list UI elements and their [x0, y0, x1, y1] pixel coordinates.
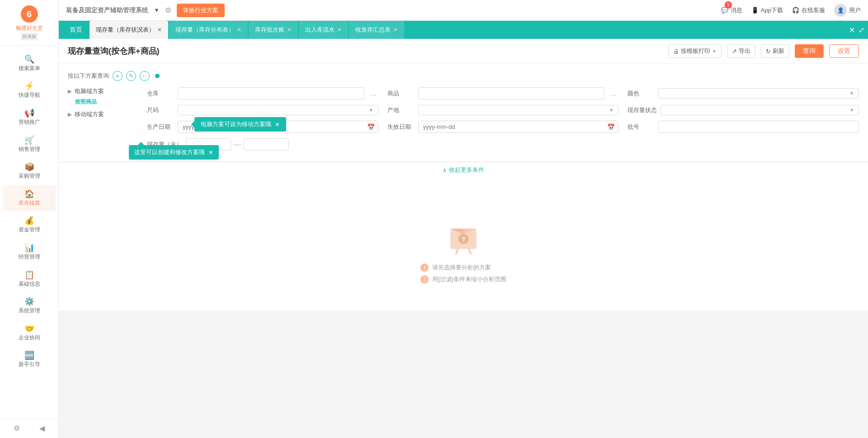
sidebar-item-marketing[interactable]: 📢 营销推广 — [3, 104, 56, 131]
svg-line-6 — [469, 249, 471, 254]
expire-date-calendar-icon[interactable]: 📅 — [607, 123, 615, 131]
tab-item-4[interactable]: 收发存汇总表 ✕ — [349, 21, 404, 39]
mobile-scheme-arrow: ▶ — [68, 111, 72, 118]
print-button[interactable]: 🖨 按模板打印 ▼ — [668, 44, 722, 58]
desktop-scheme-row[interactable]: ▶ 电脑端方案 — [68, 87, 138, 95]
desktop-scheme-sub-item-0[interactable]: 按照商品 — [75, 97, 138, 107]
sidebar-item-system[interactable]: ⚙️ 系统管理 — [3, 293, 56, 319]
message-action[interactable]: 💬 9 消息 — [721, 6, 742, 14]
guide-icon: 🆕 — [24, 351, 34, 359]
tab-close-0[interactable]: ✕ — [157, 27, 162, 33]
export-icon: ↗ — [732, 48, 737, 55]
scheme-tooltip-close[interactable]: ✕ — [275, 121, 280, 128]
color-select[interactable]: ▼ — [658, 88, 859, 99]
sidebar-item-purchase[interactable]: 📦 采购管理 — [3, 158, 56, 184]
goods-dots[interactable]: ... — [608, 89, 618, 98]
refresh-button[interactable]: ↻ 刷新 — [761, 44, 789, 58]
sidebar-item-basic[interactable]: 📋 基础信息 — [3, 266, 56, 292]
edit-scheme-button[interactable]: ✎ — [126, 71, 136, 81]
header-left: 装备及固定资产辅助管理系统 ▼ ⚙ 体验行业方案 — [66, 4, 225, 17]
sidebar-item-search[interactable]: 🔍 搜索菜单 — [3, 51, 56, 77]
industry-button[interactable]: 体验行业方案 — [177, 4, 225, 17]
tab-fullscreen-icon[interactable]: ⤢ — [859, 26, 864, 34]
tab-item-3[interactable]: 出入库流水 ✕ — [299, 21, 348, 39]
search-button[interactable]: 查询 — [795, 44, 824, 58]
sidebar-item-system-label: 系统管理 — [19, 307, 40, 315]
goods-label: 商品 — [387, 89, 415, 98]
tab-home[interactable]: 首页 — [62, 21, 90, 39]
print-label: 按模板打印 — [681, 47, 710, 55]
phone-icon: 📱 — [751, 7, 759, 14]
filter-origin: 产地 ▼ — [387, 105, 619, 115]
sidebar-item-quick-nav[interactable]: ⚡ 快捷导航 — [3, 77, 56, 104]
mobile-scheme-row[interactable]: ▶ 移动端方案 — [68, 110, 138, 118]
settings-icon[interactable]: ⚙ — [165, 6, 171, 14]
sidebar-item-purchase-label: 采购管理 — [19, 173, 40, 180]
enterprise-icon: 🤝 — [24, 325, 34, 333]
stock-main-to-input[interactable] — [244, 138, 289, 151]
message-label: 消息 — [731, 6, 742, 14]
sidebar: 6 畅通好生意 标准版 🔍 搜索菜单 ⚡ 快捷导航 📢 营销推广 🛒 销售管理 … — [0, 0, 59, 438]
tab-item-0[interactable]: 现存量（库存状况表） ✕ — [90, 21, 168, 39]
sidebar-item-enterprise[interactable]: 🤝 企业协同 — [3, 320, 56, 346]
add-scheme-button[interactable]: + — [113, 71, 123, 81]
sidebar-item-inventory[interactable]: 🏠 库存核算 — [3, 185, 56, 212]
warehouse-dots[interactable]: ... — [368, 89, 378, 98]
refresh-icon: ↻ — [766, 48, 771, 55]
edit-tooltip: 这里可以创建和修改方案哦 ✕ — [129, 145, 219, 160]
tab-item-2[interactable]: 库存批次账 ✕ — [249, 21, 298, 39]
sidebar-item-operations[interactable]: 📊 经营管理 — [3, 239, 56, 265]
warehouse-input[interactable] — [178, 87, 364, 99]
origin-select[interactable]: ▼ — [418, 105, 619, 115]
user-action[interactable]: 👤 用户 — [834, 4, 861, 17]
filter-goods: 商品 ... — [387, 87, 619, 99]
tab-item-1[interactable]: 现存量（库存分布表） ✕ — [169, 21, 248, 39]
tooltip-connector — [155, 74, 160, 78]
stock-status-select-arrow: ▼ — [849, 108, 854, 113]
goods-input[interactable] — [418, 87, 605, 99]
desktop-scheme-arrow: ▶ — [68, 88, 72, 94]
tab-close-1[interactable]: ✕ — [237, 27, 241, 33]
sidebar-item-finance[interactable]: 💰 资金管理 — [3, 212, 56, 238]
prod-date-label: 生产日期 — [147, 123, 174, 131]
collapse-icon[interactable]: ◀ — [39, 424, 45, 433]
marketing-icon: 📢 — [24, 109, 34, 117]
empty-illustration: ? — [441, 214, 486, 254]
prod-date-calendar-icon[interactable]: 📅 — [367, 123, 375, 131]
expire-date-input[interactable] — [418, 121, 619, 133]
size-select[interactable]: ▼ — [178, 105, 378, 115]
online-service-action[interactable]: 🎧 在线客服 — [792, 6, 825, 14]
export-button[interactable]: ↗ 导出 — [727, 44, 755, 58]
sidebar-item-sales[interactable]: 🛒 销售管理 — [3, 132, 56, 158]
user-avatar: 👤 — [834, 4, 847, 17]
edit-tooltip-close[interactable]: ✕ — [208, 149, 213, 156]
reset-button[interactable]: 设置 — [829, 44, 859, 58]
page-title: 现存量查询(按仓库+商品) — [68, 46, 160, 57]
connector-dot — [155, 74, 160, 78]
sidebar-item-search-label: 搜索菜单 — [19, 65, 40, 72]
tab-close-2[interactable]: ✕ — [287, 27, 292, 33]
page-body: 现存量查询(按仓库+商品) 🖨 按模板打印 ▼ ↗ 导出 ↻ 刷新 — [59, 39, 868, 311]
filter-row-2: 尺码 ▼ 产地 ▼ — [147, 105, 859, 115]
app-download-action[interactable]: 📱 App下载 — [751, 6, 783, 14]
filter-row-1: 仓库 ... 商品 — [147, 87, 859, 99]
brand-badge: 标准版 — [21, 33, 38, 40]
back-icon-button[interactable]: ← — [140, 71, 150, 81]
tip-num-2: 2 — [420, 275, 429, 283]
system-selector[interactable]: ▼ — [154, 7, 160, 14]
batch-input[interactable] — [658, 121, 859, 133]
sidebar-item-inventory-label: 库存核算 — [19, 200, 40, 207]
filter-warehouse: 仓库 ... — [147, 87, 378, 99]
tab-close-3[interactable]: ✕ — [337, 27, 342, 33]
scheme-tooltip: 电脑方案可设为移动方案哦 ✕ — [194, 117, 286, 132]
tab-close-all-icon[interactable]: ✕ — [849, 26, 855, 34]
sidebar-item-guide[interactable]: 🆕 新手引导 — [3, 347, 56, 373]
collapse-bar[interactable]: ∧ 收起更多条件 — [59, 162, 868, 178]
tab-bar: 首页 现存量（库存状况表） ✕ 现存量（库存分布表） ✕ 库存批次账 ✕ 出入库… — [59, 21, 868, 39]
filter-expire-date: 失效日期 📅 — [387, 121, 619, 133]
tab-label-2: 库存批次账 — [255, 26, 284, 34]
stock-status-select[interactable]: ▼ — [660, 105, 859, 115]
settings-bottom-icon[interactable]: ⚙ — [14, 424, 20, 433]
service-icon: 🎧 — [792, 7, 799, 14]
tab-close-4[interactable]: ✕ — [393, 27, 398, 33]
